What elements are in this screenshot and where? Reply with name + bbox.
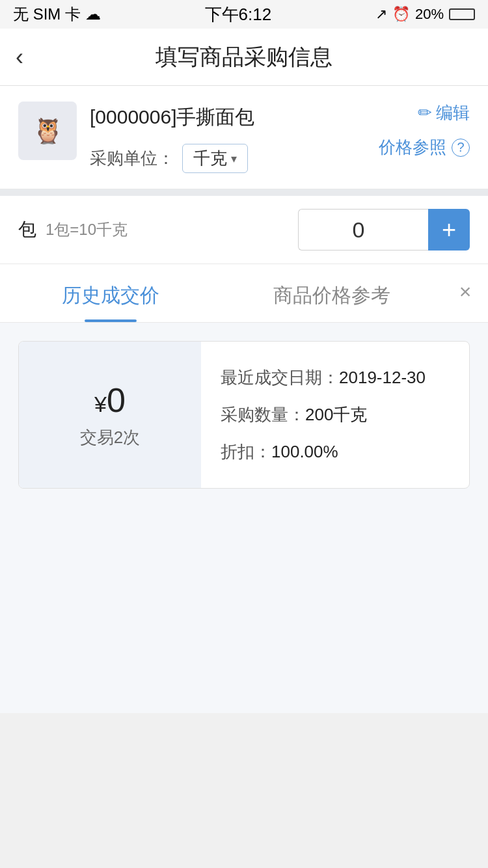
price-yen-symbol: ¥ xyxy=(94,392,107,416)
discount-label: 折扣： xyxy=(221,442,271,461)
plus-icon: + xyxy=(442,216,456,244)
unit-select-dropdown[interactable]: 千克 ▾ xyxy=(182,144,248,173)
price-trade-count: 交易2次 xyxy=(80,426,140,449)
tab-history-price[interactable]: 历史成交价 xyxy=(0,272,221,322)
back-button[interactable]: ‹ xyxy=(16,44,23,71)
price-card-left: ¥0 交易2次 xyxy=(19,342,201,488)
recent-date-row: 最近成交日期：2019-12-30 xyxy=(221,365,450,390)
qty-plus-button[interactable]: + xyxy=(428,209,470,251)
help-icon: ? xyxy=(452,139,470,157)
tabs-close-button[interactable]: × xyxy=(442,280,488,314)
product-logo-icon: 🦉 xyxy=(33,116,63,145)
price-card-right: 最近成交日期：2019-12-30 采购数量：200千克 折扣：100.00% xyxy=(201,342,469,488)
price-card: ¥0 交易2次 最近成交日期：2019-12-30 采购数量：200千克 折扣：… xyxy=(18,341,470,489)
alarm-icon: ⏰ xyxy=(392,6,410,23)
page-title: 填写商品采购信息 xyxy=(156,42,332,72)
status-left: 无 SIM 卡 ☁ xyxy=(13,4,101,25)
header: ‹ 填写商品采购信息 xyxy=(0,29,488,86)
tab-product-price-ref[interactable]: 商品价格参考 xyxy=(221,272,442,322)
qty-unit-label: 包 xyxy=(18,217,36,242)
price-ref-label: 价格参照 xyxy=(379,136,446,159)
product-thumbnail: 🦉 xyxy=(18,102,77,160)
purchase-qty-label: 采购数量： xyxy=(221,405,305,424)
quantity-input[interactable] xyxy=(298,209,428,251)
price-value: 0 xyxy=(107,381,126,419)
unit-label: 采购单位： xyxy=(90,147,174,170)
status-bar: 无 SIM 卡 ☁ 下午6:12 ↗ ⏰ 20% xyxy=(0,0,488,29)
tabs-container: 历史成交价 商品价格参考 × xyxy=(0,264,488,323)
purchase-qty-value: 200千克 xyxy=(305,405,367,424)
quantity-input-area: + xyxy=(298,209,470,251)
status-right: ↗ ⏰ 20% xyxy=(375,6,475,23)
product-name: [0000006]手撕面包 xyxy=(90,104,254,131)
chevron-down-icon: ▾ xyxy=(231,152,237,166)
unit-select-value: 千克 xyxy=(193,147,227,170)
tab-price-ref-label: 商品价格参考 xyxy=(273,284,390,306)
discount-row: 折扣：100.00% xyxy=(221,439,450,465)
price-info-area: ¥0 交易2次 最近成交日期：2019-12-30 采购数量：200千克 折扣：… xyxy=(0,323,488,713)
recent-date-value: 2019-12-30 xyxy=(339,368,426,387)
recent-date-label: 最近成交日期： xyxy=(221,368,339,387)
edit-icon: ✏ xyxy=(418,103,432,123)
location-icon: ↗ xyxy=(375,6,387,23)
battery-icon xyxy=(449,8,475,20)
section-divider xyxy=(0,189,488,196)
sim-label: 无 SIM 卡 ☁ xyxy=(13,4,101,25)
battery-percent: 20% xyxy=(415,6,444,23)
edit-label: 编辑 xyxy=(436,102,470,124)
status-time: 下午6:12 xyxy=(205,3,272,26)
discount-value: 100.00% xyxy=(271,442,338,461)
qty-conversion-label: 1包=10千克 xyxy=(46,219,128,240)
price-ref-button[interactable]: 价格参照 ? xyxy=(379,136,470,159)
tab-history-label: 历史成交价 xyxy=(62,284,159,306)
product-card: 🦉 [0000006]手撕面包 采购单位： 千克 ▾ ✏ 编辑 价格参照 xyxy=(0,86,488,189)
quantity-row: 包 1包=10千克 + xyxy=(0,196,488,264)
edit-button[interactable]: ✏ 编辑 xyxy=(418,102,470,124)
price-amount: ¥0 xyxy=(94,381,126,420)
purchase-qty-row: 采购数量：200千克 xyxy=(221,402,450,427)
